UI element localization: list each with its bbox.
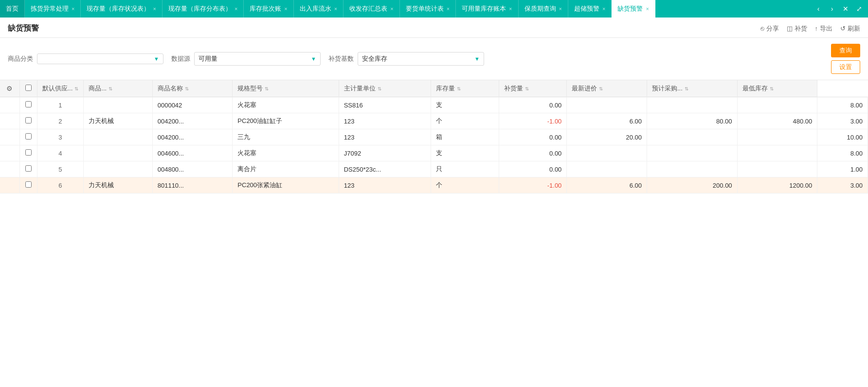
nav-tab-label-10: 超储预警 <box>574 4 599 13</box>
nav-tab-close-11[interactable]: × <box>646 6 649 12</box>
nav-tab-label-9: 保质期查询 <box>524 4 556 13</box>
nav-next-button[interactable]: › <box>825 2 839 16</box>
row-checkbox-5[interactable] <box>25 181 32 188</box>
nav-tab-6[interactable]: 收发存汇总表 × <box>344 0 399 18</box>
category-select[interactable]: ▼ <box>37 53 163 64</box>
row-purchase-5: 1200.00 <box>737 177 817 194</box>
nav-tab-close-1[interactable]: × <box>72 6 74 12</box>
table-row: 5004800...离合片DS250*23c...只0.001.00 <box>0 161 868 177</box>
nav-tab-3[interactable]: 现存量（库存分布表） × <box>163 0 244 18</box>
col-restock-header[interactable]: 补货量⇅ <box>499 80 566 97</box>
row-settings-0 <box>0 97 19 113</box>
nav-tab-close-8[interactable]: × <box>509 6 512 12</box>
nav-tab-label-8: 可用量库存账本 <box>462 4 506 13</box>
export-action[interactable]: ↑ 导出 <box>815 24 833 33</box>
row-name-1: PC200油缸缸子 <box>233 113 339 129</box>
refresh-action[interactable]: ↺ 刷新 <box>840 24 860 33</box>
sort-icon: ⇅ <box>457 86 461 91</box>
row-settings-2 <box>0 129 19 145</box>
row-stock-4: 0.00 <box>499 161 566 177</box>
row-checkbox-2[interactable] <box>25 133 32 140</box>
row-stock-1: -1.00 <box>499 113 566 129</box>
nav-tab-1[interactable]: 拣货异常处理 × <box>25 0 81 18</box>
nav-tab-label-11: 缺货预警 <box>617 4 643 13</box>
row-name-0: 火花塞 <box>233 97 339 113</box>
col-check-header <box>19 80 37 97</box>
query-button[interactable]: 查询 <box>831 44 860 57</box>
nav-tab-0[interactable]: 首页 <box>0 0 25 18</box>
row-spec-0: SS816 <box>339 97 431 113</box>
sort-icon: ⇅ <box>685 86 688 91</box>
col-spec-header[interactable]: 规格型号⇅ <box>233 80 339 97</box>
settings-button[interactable]: 设置 <box>831 60 860 74</box>
table-row: 6力天机械801110...PC200张紧油缸123个-1.006.00200.… <box>0 177 868 194</box>
row-settings-4 <box>0 161 19 177</box>
nav-tab-10[interactable]: 超储预警 × <box>568 0 612 18</box>
col-settings-header[interactable]: ⚙ <box>0 80 19 97</box>
row-checkbox-1[interactable] <box>25 117 32 123</box>
nav-tab-close-2[interactable]: × <box>153 6 156 12</box>
row-restock-3 <box>567 145 647 161</box>
row-minstock-0: 8.00 <box>817 97 868 113</box>
basis-select[interactable]: 安全库存 ▼ <box>358 52 484 66</box>
share-action[interactable]: ⎋ 分享 <box>760 24 779 33</box>
col-supplier-header[interactable]: 默认供应...⇅ <box>37 80 84 97</box>
row-check-cell-0 <box>19 97 37 113</box>
row-num-1: 2 <box>37 113 84 129</box>
refresh-icon: ↺ <box>840 25 846 32</box>
settings-gear-icon[interactable]: ⚙ <box>6 85 13 92</box>
header-actions: ⎋ 分享 ◫ 补货 ↑ 导出 ↺ 刷新 <box>760 24 861 33</box>
row-stock-0: 0.00 <box>499 97 566 113</box>
datasource-select[interactable]: 可用量 ▼ <box>194 52 321 66</box>
nav-tab-close-5[interactable]: × <box>334 6 337 12</box>
table-row: 3004200...三九123箱0.0020.0010.00 <box>0 129 868 145</box>
select-all-checkbox[interactable] <box>25 85 32 91</box>
table-header-row: ⚙ 默认供应...⇅ 商品...⇅ 商品名称⇅ 规格型号⇅ 主计量单位⇅ 库存量… <box>0 80 868 97</box>
row-restock-4 <box>567 161 647 177</box>
basis-value: 安全库存 <box>362 54 387 63</box>
main-content: 缺货预警 ⎋ 分享 ◫ 补货 ↑ 导出 ↺ 刷新 商品分类 <box>0 18 868 387</box>
table-row: 4004600...火花塞J7092支0.008.00 <box>0 145 868 161</box>
nav-tab-7[interactable]: 要货单统计表 × <box>400 0 456 18</box>
nav-tab-11[interactable]: 缺货预警 × <box>612 0 655 18</box>
nav-close-button[interactable]: ✕ <box>839 2 852 16</box>
page-header: 缺货预警 ⎋ 分享 ◫ 补货 ↑ 导出 ↺ 刷新 <box>0 18 868 38</box>
col-name-header[interactable]: 商品名称⇅ <box>152 80 233 97</box>
nav-tab-8[interactable]: 可用量库存账本 × <box>456 0 518 18</box>
row-minstock-5: 3.00 <box>817 177 868 194</box>
sort-icon: ⇅ <box>770 86 774 91</box>
row-checkbox-0[interactable] <box>25 101 32 107</box>
col-stock-header[interactable]: 库存量⇅ <box>431 80 499 97</box>
nav-tab-5[interactable]: 出入库流水 × <box>294 0 344 18</box>
col-minstock-header[interactable]: 最低库存⇅ <box>737 80 817 97</box>
row-checkbox-4[interactable] <box>25 165 32 172</box>
row-stock-5: -1.00 <box>499 177 566 194</box>
row-purchase-2 <box>737 129 817 145</box>
nav-tab-close-4[interactable]: × <box>284 6 287 12</box>
nav-tab-close-7[interactable]: × <box>447 6 450 12</box>
row-code-4: 004800... <box>152 161 233 177</box>
nav-tab-label-1: 拣货异常处理 <box>31 4 69 13</box>
col-purchase-header[interactable]: 预计采购...⇅ <box>647 80 737 97</box>
row-checkbox-3[interactable] <box>25 149 32 156</box>
row-supplier-0 <box>84 97 152 113</box>
row-price-0 <box>647 97 737 113</box>
nav-tab-9[interactable]: 保质期查询 × <box>519 0 568 18</box>
nav-tab-close-10[interactable]: × <box>602 6 605 12</box>
nav-tab-close-9[interactable]: × <box>559 6 562 12</box>
col-unit-header[interactable]: 主计量单位⇅ <box>339 80 431 97</box>
col-price-header[interactable]: 最新进价⇅ <box>567 80 647 97</box>
restock-action[interactable]: ◫ 补货 <box>787 24 807 33</box>
nav-prev-button[interactable]: ‹ <box>812 2 825 16</box>
col-code-header[interactable]: 商品...⇅ <box>84 80 152 97</box>
nav-tab-close-3[interactable]: × <box>235 6 237 12</box>
row-restock-0 <box>567 97 647 113</box>
table-row: 2力天机械004200...PC200油缸缸子123个-1.006.0080.0… <box>0 113 868 129</box>
nav-tab-close-6[interactable]: × <box>390 6 393 12</box>
nav-maximize-button[interactable]: ⤢ <box>852 2 866 16</box>
row-name-2: 三九 <box>233 129 339 145</box>
nav-tab-4[interactable]: 库存批次账 × <box>244 0 293 18</box>
datasource-filter-group: 数据源 可用量 ▼ <box>171 52 321 66</box>
nav-bar: 首页拣货异常处理 ×现存量（库存状况表） ×现存量（库存分布表） ×库存批次账 … <box>0 0 868 18</box>
nav-tab-2[interactable]: 现存量（库存状况表） × <box>81 0 162 18</box>
